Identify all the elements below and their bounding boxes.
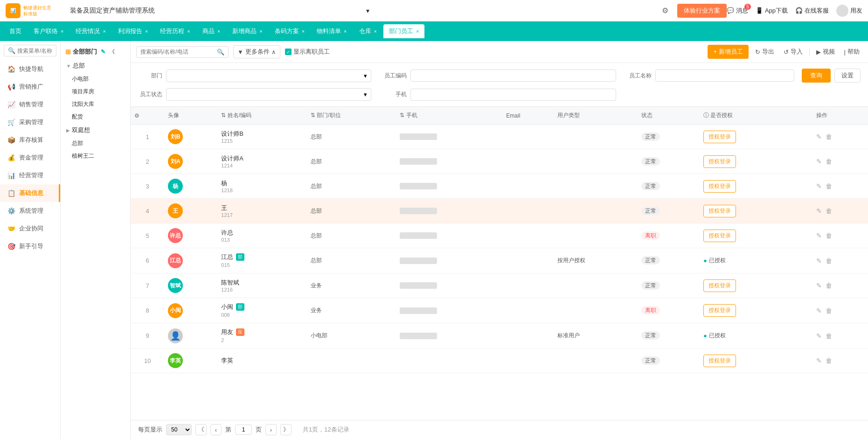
settings-icon[interactable]: ⚙: [659, 4, 672, 17]
query-btn[interactable]: 查询: [802, 69, 831, 83]
more-filter-btn[interactable]: ▼ 更多条件 ∧: [233, 45, 280, 58]
tab-new-goods[interactable]: 新增商品 ×: [227, 24, 268, 38]
col-phone[interactable]: ⇅ 手机: [396, 107, 502, 125]
delete-icon[interactable]: 🗑: [826, 257, 832, 265]
tab-department[interactable]: 部门员工 ×: [383, 24, 424, 38]
show-resigned-toggle[interactable]: ✓ 显示离职员工: [285, 48, 330, 56]
auth-login-btn[interactable]: 授权登录: [703, 180, 736, 193]
emp-name-input[interactable]: [655, 70, 794, 82]
edit-icon[interactable]: ✎: [816, 307, 822, 314]
search-submit-icon[interactable]: 🔍: [217, 49, 224, 56]
sidebar-item-sales[interactable]: 📈 销售管理: [0, 96, 60, 113]
dept-select[interactable]: ▾: [166, 70, 371, 82]
online-service-btn[interactable]: 🎧 在线客服: [795, 7, 829, 15]
delete-icon[interactable]: 🗑: [826, 232, 832, 239]
close-icon[interactable]: ×: [61, 28, 63, 34]
auth-login-btn[interactable]: 授权登录: [703, 131, 736, 143]
col-name[interactable]: ⇅ 姓名/编码: [217, 107, 307, 125]
tab-customer[interactable]: 客户联络 ×: [28, 24, 69, 38]
search-wrap[interactable]: 🔍: [4, 45, 56, 56]
sidebar-item-basic[interactable]: 📋 基础信息: [0, 184, 60, 202]
phone-input[interactable]: [410, 89, 616, 101]
sidebar-item-system[interactable]: ⚙️ 系统管理: [0, 202, 60, 220]
edit-icon[interactable]: ✎: [816, 133, 822, 140]
last-page-btn[interactable]: 》: [280, 424, 292, 435]
close-icon[interactable]: ×: [344, 28, 347, 34]
tab-goods[interactable]: 商品 ×: [197, 24, 226, 38]
close-icon[interactable]: ×: [103, 28, 105, 34]
emp-code-input[interactable]: [410, 70, 616, 82]
tab-history[interactable]: 经营历程 ×: [154, 24, 195, 38]
dept-sub-xiaodianbu[interactable]: 小电部: [61, 73, 130, 85]
dept-item-zongbu[interactable]: ▼ 总部: [61, 59, 130, 73]
auth-login-btn[interactable]: 授权登录: [703, 304, 736, 317]
delete-icon[interactable]: 🗑: [826, 158, 832, 165]
edit-icon[interactable]: ✎: [816, 332, 822, 340]
edit-icon[interactable]: ✎: [816, 257, 822, 265]
dept-sub-zhishu[interactable]: 植树王二: [61, 150, 130, 162]
dept-item-shuangting[interactable]: ▶ 双庭想: [61, 123, 130, 137]
edit-icon[interactable]: ✎: [101, 49, 105, 55]
close-icon[interactable]: ×: [416, 28, 419, 34]
tab-barcode[interactable]: 条码方案 ×: [269, 24, 310, 38]
search-input-wrap[interactable]: 🔍: [136, 46, 229, 58]
sidebar-item-finance[interactable]: 💰 资金管理: [0, 149, 60, 167]
next-page-btn[interactable]: ›: [265, 424, 277, 435]
user-menu[interactable]: 用友: [836, 5, 862, 17]
sidebar-item-purchase[interactable]: 🛒 采购管理: [0, 113, 60, 131]
close-icon[interactable]: ×: [217, 28, 220, 34]
close-icon[interactable]: ×: [259, 28, 262, 34]
status-select[interactable]: ▾: [166, 88, 371, 101]
sidebar-item-inventory[interactable]: 📦 库存核算: [0, 131, 60, 149]
app-download-btn[interactable]: 📱 App下载: [756, 7, 788, 15]
tab-home[interactable]: 首页: [4, 24, 27, 38]
close-icon[interactable]: ×: [145, 28, 148, 34]
auth-login-btn[interactable]: 授权登录: [703, 230, 736, 242]
col-settings[interactable]: ⚙: [131, 107, 164, 125]
help-btn[interactable]: | 帮助: [841, 46, 862, 58]
dropdown-arrow[interactable]: ▾: [366, 7, 659, 14]
sidebar-item-guide[interactable]: 🎯 新手引导: [0, 237, 60, 255]
set-btn[interactable]: 设置: [834, 69, 861, 83]
first-page-btn[interactable]: 《: [195, 424, 207, 435]
messages-btn[interactable]: 💬 消息 5: [727, 7, 748, 15]
close-icon[interactable]: ×: [302, 28, 305, 34]
search-input[interactable]: [17, 48, 55, 54]
tab-operation[interactable]: 经营情况 ×: [70, 24, 111, 38]
edit-icon[interactable]: ✎: [816, 282, 822, 289]
search-input[interactable]: [140, 49, 215, 55]
edit-icon[interactable]: ✎: [816, 182, 822, 190]
delete-icon[interactable]: 🗑: [826, 133, 832, 140]
export-btn[interactable]: ↻ 导出: [752, 46, 777, 58]
delete-icon[interactable]: 🗑: [826, 207, 832, 215]
trial-button[interactable]: 体验行业方案: [677, 4, 727, 18]
auth-login-btn[interactable]: 授权登录: [703, 355, 736, 367]
sidebar-item-quicknav[interactable]: 🏠 快捷导航: [0, 60, 60, 78]
delete-icon[interactable]: 🗑: [826, 182, 832, 190]
page-input[interactable]: [235, 425, 252, 435]
delete-icon[interactable]: 🗑: [826, 282, 832, 289]
edit-icon[interactable]: ✎: [816, 207, 822, 215]
auth-login-btn[interactable]: 授权登录: [703, 205, 736, 217]
auth-login-btn[interactable]: 授权登录: [703, 155, 736, 168]
per-page-select[interactable]: 50 100 200: [166, 424, 192, 435]
dept-sub-peihuo[interactable]: 配货: [61, 111, 130, 123]
sidebar-item-biz[interactable]: 📊 经营管理: [0, 167, 60, 184]
sidebar-item-marketing[interactable]: 📢 营销推广: [0, 78, 60, 96]
video-btn[interactable]: ▶ 视频: [813, 46, 838, 58]
dept-sub-projectwarehouse[interactable]: 项目库房: [61, 85, 130, 98]
tab-bom[interactable]: 物料清单 ×: [311, 24, 352, 38]
sidebar-item-collab[interactable]: 🤝 企业协同: [0, 220, 60, 237]
import-btn[interactable]: ↺ 导入: [781, 46, 806, 58]
prev-page-btn[interactable]: ‹: [210, 424, 222, 435]
edit-icon[interactable]: ✎: [816, 158, 822, 165]
collapse-icon[interactable]: 《: [109, 48, 115, 56]
dept-sub-shenyang[interactable]: 沈阳大库: [61, 98, 130, 111]
close-icon[interactable]: ×: [187, 28, 190, 34]
auth-login-btn[interactable]: 授权登录: [703, 279, 736, 292]
delete-icon[interactable]: 🗑: [826, 357, 832, 364]
dept-sub-zongbu2[interactable]: 总部: [61, 137, 130, 150]
delete-icon[interactable]: 🗑: [826, 307, 832, 314]
col-dept[interactable]: ⇅ 部门/职位: [307, 107, 396, 125]
tab-profit[interactable]: 利润报告 ×: [112, 24, 153, 38]
